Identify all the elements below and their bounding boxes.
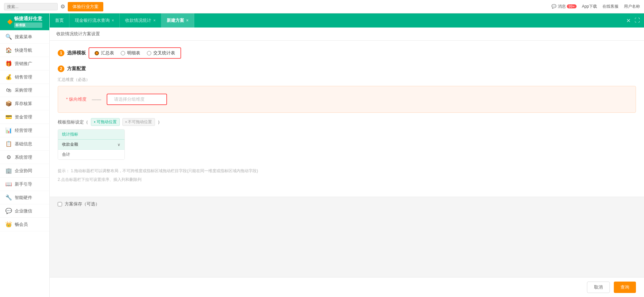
sidebar-item-wechat[interactable]: 💬 企业微信 [0, 204, 49, 218]
tab-new-plan-label: 新建方案 [167, 17, 184, 23]
dim-arrow: —— [92, 97, 101, 102]
sidebar-label-purchase: 采购管理 [15, 87, 32, 93]
notification-icon[interactable]: 💬 消息 99+ [551, 4, 576, 9]
save-label: 方案保存（可选） [65, 201, 100, 207]
sidebar-item-marketing[interactable]: 🎁 营销推广 [0, 57, 49, 70]
sidebar-item-nav[interactable]: 🏠 快捷导航 [0, 44, 49, 57]
tab-new-plan[interactable]: 新建方案 × [161, 13, 194, 28]
sidebar-label-hardware: 智能硬件 [15, 195, 32, 201]
sidebar-label-inventory: 库存核算 [15, 101, 32, 107]
step2-title: 方案配置 [67, 66, 86, 72]
sidebar-label-guide: 新手引导 [15, 181, 32, 187]
step1-section: 1 选择模板 汇总表 明细表 [58, 47, 636, 59]
radio-summary-input[interactable] [95, 51, 99, 55]
sidebar-item-management[interactable]: 📊 经营管理 [0, 124, 49, 137]
indicator-subtotal: 合计 [58, 150, 124, 159]
sidebar-item-basic[interactable]: 📋 基础信息 [0, 137, 49, 151]
tab-cashflow-close[interactable]: × [112, 18, 114, 23]
tip-line2: 2.点击标题栏下拉可设置排序、插入列和删除列 [58, 176, 636, 184]
sidebar-item-guide[interactable]: 📖 新手引导 [0, 178, 49, 191]
user-name[interactable]: 用户名称 [624, 4, 640, 9]
sidebar: 🔶 畅捷通好生意 标准版 🔍 搜索菜单 🏠 快捷导航 🎁 营销推广 💰 销售管理… [0, 13, 50, 297]
query-button[interactable]: 查询 [614, 282, 636, 293]
chart-icon: 📊 [5, 127, 12, 134]
draggable-indicator: ▪ [94, 119, 95, 124]
sidebar-item-inventory[interactable]: 📦 库存核算 [0, 97, 49, 110]
radio-summary[interactable]: 汇总表 [95, 50, 114, 56]
tab-bar: 首页 现金银行流水查询 × 收款情况统计 × 新建方案 × ✕ ⛶ [50, 13, 644, 28]
indicator-item-label: 收款金额 [62, 142, 78, 147]
dimension-select[interactable]: 请选择分组维度 [107, 94, 167, 105]
window-expand-icon[interactable]: ⛶ [635, 17, 640, 23]
step2-number: 2 [58, 65, 64, 72]
sidebar-item-hardware[interactable]: 🔧 智能硬件 [0, 191, 49, 204]
money-icon: 💰 [5, 74, 12, 80]
sidebar-item-enterprise[interactable]: 🏢 企业协同 [0, 164, 49, 178]
tab-collection-close[interactable]: × [153, 18, 156, 23]
top-header: ⚙ 体验行业方案 💬 消息 99+ App下载 在线客服 用户名称 [0, 0, 644, 13]
notification-badge: 99+ [567, 4, 577, 8]
sidebar-label-nav: 快捷导航 [15, 47, 32, 53]
sidebar-item-system[interactable]: ⚙ 系统管理 [0, 151, 49, 164]
step1-header: 1 选择模板 汇总表 明细表 [58, 47, 636, 59]
service-link[interactable]: 在线客服 [602, 4, 619, 9]
draggable-label: 可拖动位置 [97, 119, 117, 124]
tab-new-plan-close[interactable]: × [186, 18, 189, 23]
tab-home[interactable]: 首页 [50, 13, 69, 28]
cancel-button[interactable]: 取消 [587, 282, 610, 293]
header-right: 💬 消息 99+ App下载 在线客服 用户名称 [551, 4, 640, 9]
step1-title: 选择模板 [67, 50, 86, 56]
header-search-input[interactable] [4, 3, 58, 10]
sidebar-item-finance[interactable]: 💳 资金管理 [0, 110, 49, 124]
indicator-area: 统计指标 收款金额 ∨ 合计 [58, 129, 125, 160]
purchase-icon: 🛍 [5, 87, 12, 93]
dimension-area: * 纵向维度 —— 请选择分组维度 [58, 86, 636, 113]
industry-button[interactable]: 体验行业方案 [68, 2, 103, 11]
non-draggable-tag: ▪ 不可拖动位置 [122, 118, 155, 126]
crown-icon: 👑 [5, 221, 12, 228]
step2-header: 2 方案配置 [58, 65, 636, 72]
radio-cross-input[interactable] [147, 51, 151, 55]
form-container: 1 选择模板 汇总表 明细表 [50, 41, 644, 197]
wechat-icon: 💬 [5, 208, 12, 214]
save-checkbox[interactable] [58, 202, 62, 206]
sidebar-label-member: 畅会员 [15, 221, 28, 228]
hardware-icon: 🔧 [5, 194, 12, 201]
window-close-icon[interactable]: ✕ [626, 17, 631, 24]
tab-collection-label: 收款情况统计 [125, 17, 151, 23]
tab-home-label: 首页 [55, 17, 64, 23]
inventory-icon: 📦 [5, 100, 12, 107]
gear-icon[interactable]: ⚙ [60, 3, 65, 10]
header-left: ⚙ 体验行业方案 [4, 2, 103, 11]
home-icon: 🏠 [5, 47, 12, 53]
sidebar-label-wechat: 企业微信 [15, 208, 32, 214]
sidebar-label-management: 经营管理 [15, 128, 32, 134]
search-icon: 🔍 [5, 34, 12, 40]
radio-detail[interactable]: 明细表 [121, 50, 140, 56]
tab-bar-actions: ✕ ⛶ [626, 13, 644, 28]
edition-badge: 标准版 [14, 22, 42, 28]
indicator-dropdown-icon[interactable]: ∨ [117, 142, 120, 147]
indicator-settings-header: 模板指标设定（ ▪ 可拖动位置 ▪ 不可拖动位置 ） [58, 118, 636, 126]
bottom-save-section: 方案保存（可选） [50, 197, 644, 211]
indicator-settings-label: 模板指标设定（ [58, 119, 88, 125]
dimension-header: 汇总维度（必选） [58, 77, 636, 83]
radio-detail-input[interactable] [121, 51, 125, 55]
guide-icon: 📖 [5, 181, 12, 187]
sidebar-item-search[interactable]: 🔍 搜索菜单 [0, 30, 49, 44]
dimension-title: 汇总维度（必选） [58, 77, 90, 82]
step2-section: 2 方案配置 汇总维度（必选） * 纵向维度 —— 请选择分组维度 [58, 65, 636, 183]
tip-section: 提示： 1.拖动标题栏可以调整布局，不可跨维度或指标区域拖动栏目字段(只能在同一… [58, 167, 636, 183]
tab-cashflow-label: 现金银行流水查询 [75, 17, 110, 23]
download-link[interactable]: App下载 [582, 4, 597, 9]
indicator-item-amount[interactable]: 收款金额 ∨ [58, 140, 124, 150]
sidebar-item-sales[interactable]: 💰 销售管理 [0, 70, 49, 84]
notification-label: 消息 [558, 4, 566, 9]
gift-icon: 🎁 [5, 60, 12, 67]
breadcrumb-text: 收款情况统计方案设置 [56, 31, 100, 36]
sidebar-item-purchase[interactable]: 🛍 采购管理 [0, 84, 49, 97]
tab-cashflow[interactable]: 现金银行流水查询 × [69, 13, 120, 28]
sidebar-item-member[interactable]: 👑 畅会员 [0, 218, 49, 231]
tab-collection[interactable]: 收款情况统计 × [120, 13, 161, 28]
radio-cross[interactable]: 交叉统计表 [147, 50, 175, 56]
